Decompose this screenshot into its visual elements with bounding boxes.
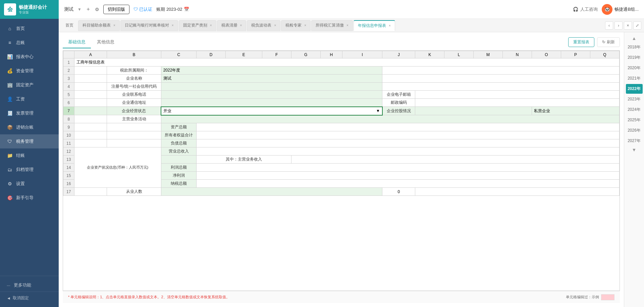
- year-item-2022[interactable]: 2022年: [626, 84, 643, 94]
- sub-tab-basic[interactable]: 基础信息: [63, 36, 91, 48]
- col-header-b[interactable]: B: [107, 51, 161, 58]
- cell-5-k[interactable]: [415, 91, 620, 99]
- tab-tax-fluctuation-close[interactable]: ×: [274, 24, 276, 27]
- topbar-gear-btn[interactable]: ⚙: [95, 7, 99, 12]
- col-header-o[interactable]: O: [532, 51, 561, 58]
- tab-tax-expert[interactable]: 税检专家 ×: [281, 20, 311, 31]
- sidebar-item-settings[interactable]: ⚙ 设置: [0, 177, 59, 191]
- year-item-2023[interactable]: 2023年: [626, 94, 643, 104]
- year-item-2019[interactable]: 2019年: [626, 53, 643, 62]
- col-header-m[interactable]: M: [474, 51, 503, 58]
- cell-9-d[interactable]: [197, 123, 620, 131]
- sub-tab-other[interactable]: 其他信息: [92, 36, 120, 48]
- cell-7-c[interactable]: 开业 ▼: [161, 107, 382, 115]
- col-header-l[interactable]: L: [444, 51, 474, 58]
- sidebar-item-more[interactable]: ··· 更多功能: [0, 279, 59, 292]
- tab-tax-list-close[interactable]: ×: [240, 24, 242, 27]
- sidebar-item-finance[interactable]: 💰 资金管理: [0, 64, 59, 78]
- tabs-close-btn[interactable]: ×: [624, 21, 632, 30]
- year-item-2026[interactable]: 2026年: [626, 126, 643, 135]
- tab-income-tax[interactable]: 所得税汇算清缴 ×: [311, 20, 353, 31]
- tabs-next-btn[interactable]: ›: [614, 21, 623, 30]
- sidebar-item-closing[interactable]: 📁 结账: [0, 148, 59, 163]
- tab-income-tax-close[interactable]: ×: [346, 24, 348, 27]
- col-header-a[interactable]: A: [74, 51, 107, 58]
- year-item-2025[interactable]: 2025年: [626, 115, 643, 125]
- cell-4-c[interactable]: [161, 83, 382, 91]
- cell-3-c[interactable]: 测试: [161, 75, 382, 83]
- col-header-c[interactable]: C: [161, 51, 196, 58]
- tab-annual-report[interactable]: 年报信息申报表 ×: [354, 20, 395, 31]
- tab-subject-close[interactable]: ×: [113, 24, 115, 27]
- sidebar-item-archive[interactable]: 🗂 归档管理: [0, 163, 59, 177]
- topbar-old-version-btn[interactable]: 切到旧版: [103, 5, 129, 14]
- col-header-i[interactable]: I: [342, 51, 382, 58]
- cell-6-k[interactable]: [415, 99, 620, 107]
- col-header-f[interactable]: F: [262, 51, 291, 58]
- cell-7-k[interactable]: [415, 107, 532, 115]
- year-scroll-up-btn[interactable]: ▲: [629, 35, 639, 42]
- topbar-add-btn[interactable]: ＋: [86, 6, 91, 13]
- year-item-2024[interactable]: 2024年: [626, 105, 643, 115]
- sidebar-item-reports[interactable]: 📊 报表中心: [0, 50, 59, 64]
- sidebar-collapse-btn[interactable]: ◄ 取消固定: [0, 292, 59, 304]
- topbar-service-btn[interactable]: 🎧 人工咨询: [573, 6, 598, 12]
- col-header-q[interactable]: Q: [590, 51, 619, 58]
- sidebar-item-assets[interactable]: 🏢 固定资产: [0, 78, 59, 92]
- cell-16-d[interactable]: [197, 180, 620, 188]
- cell-15-d[interactable]: [197, 172, 620, 180]
- year-item-2018[interactable]: 2018年: [626, 42, 643, 52]
- dropdown-arrow-icon[interactable]: ▼: [376, 108, 380, 113]
- cell-17-k[interactable]: [415, 188, 620, 196]
- sidebar-item-guide[interactable]: 🎯 新手引导: [0, 191, 59, 205]
- sidebar-item-ledger[interactable]: ≡ 总账: [0, 36, 59, 50]
- cell-11-d[interactable]: [197, 139, 620, 147]
- tab-tax-fluctuation[interactable]: 税负波动表 ×: [247, 20, 280, 31]
- cell-13-g[interactable]: [291, 156, 619, 164]
- col-header-j[interactable]: J: [382, 51, 415, 58]
- tabs-prev-btn[interactable]: ‹: [605, 21, 613, 30]
- year-item-2020[interactable]: 2020年: [626, 63, 643, 73]
- main-content: 测试 ▼ ＋ ⚙ 切到旧版 🛡 已认证 账期 2023-02 📅 🎧 人工咨询 …: [59, 0, 644, 307]
- year-item-2021[interactable]: 2021年: [626, 74, 643, 83]
- col-header-d[interactable]: D: [197, 51, 226, 58]
- cell-12-d[interactable]: [197, 147, 620, 156]
- cell-8-c[interactable]: [161, 115, 619, 123]
- topbar-dropdown-arrow[interactable]: ▼: [77, 7, 82, 12]
- col-header-h[interactable]: H: [320, 51, 342, 58]
- tabs-expand-btn[interactable]: ⤢: [633, 21, 641, 30]
- sidebar-item-stock[interactable]: 📦 进销台账: [0, 120, 59, 134]
- cell-5-c[interactable]: [161, 91, 382, 99]
- cell-6-c[interactable]: [161, 99, 382, 107]
- tab-subject[interactable]: 科目辅助余额表 ×: [78, 20, 120, 31]
- tab-fixed-assets-close[interactable]: ×: [210, 24, 212, 27]
- cell-2-c[interactable]: 2022年度: [161, 67, 382, 75]
- col-header-n[interactable]: N: [503, 51, 532, 58]
- refresh-btn[interactable]: ↻ 刷新: [597, 37, 620, 47]
- cell-17-c[interactable]: [161, 188, 382, 196]
- year-scroll-down-btn[interactable]: ▼: [629, 146, 639, 153]
- cell-10-d[interactable]: [197, 131, 620, 139]
- sidebar-item-home[interactable]: ⌂ 首页: [0, 21, 59, 36]
- sidebar-item-invoice[interactable]: 🧾 发票管理: [0, 106, 59, 120]
- tab-fixed-assets[interactable]: 固定资产类别 ×: [179, 20, 216, 31]
- tab-journal-close[interactable]: ×: [172, 24, 174, 27]
- sidebar-item-tax[interactable]: 🛡 税务管理: [0, 134, 59, 148]
- tab-tax-list[interactable]: 税表清册 ×: [217, 20, 247, 31]
- col-header-k[interactable]: K: [415, 51, 444, 58]
- col-header-p[interactable]: P: [561, 51, 590, 58]
- calendar-icon[interactable]: 📅: [184, 7, 189, 12]
- topbar-user[interactable]: 🐼 畅捷通B组...: [602, 4, 639, 15]
- col-header-e[interactable]: E: [226, 51, 262, 58]
- tab-annual-report-close[interactable]: ×: [389, 24, 391, 28]
- tab-journal[interactable]: 日记账与银行对账单核对 ×: [120, 20, 178, 31]
- tab-home[interactable]: 首页: [61, 20, 77, 31]
- col-header-g[interactable]: G: [291, 51, 320, 58]
- tab-tax-expert-close[interactable]: ×: [304, 24, 306, 27]
- cell-1-title[interactable]: 工商年报信息表: [74, 58, 619, 67]
- year-item-2027[interactable]: 2027年: [626, 136, 643, 146]
- sidebar-item-payroll[interactable]: 👤 工资: [0, 92, 59, 106]
- cell-14-d[interactable]: [197, 164, 620, 172]
- reset-btn[interactable]: 重置报表: [568, 37, 594, 47]
- spreadsheet[interactable]: A B C D E F G H I J K L: [63, 50, 620, 291]
